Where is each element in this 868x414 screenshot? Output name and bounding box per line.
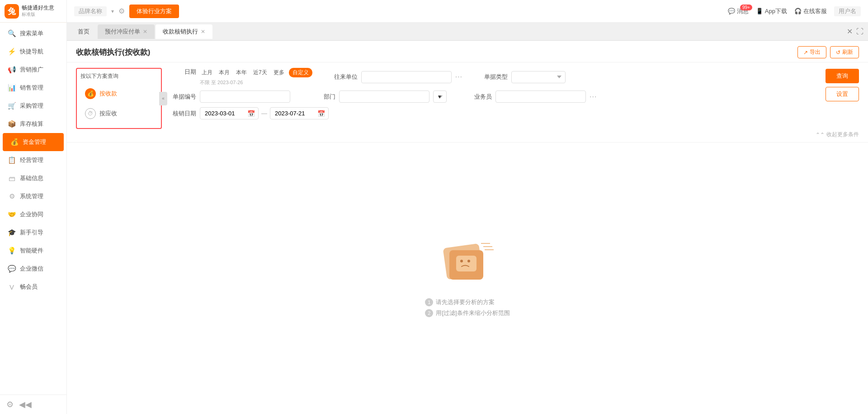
export-button[interactable]: ↗ 导出 xyxy=(797,46,826,58)
dept-select[interactable]: ▾ xyxy=(433,90,447,103)
sidebar-item-资金管理[interactable]: 💰资金管理 xyxy=(3,133,64,151)
sidebar-icon: 💰 xyxy=(10,138,19,147)
query-by-receivable[interactable]: ⏱ 按应收 xyxy=(80,105,157,123)
filter-row-1: 日期 上月 本月 本年 近7天 更多 自定义 不限 至 2023-07-26 xyxy=(169,68,818,86)
sidebar-icon: V xyxy=(7,282,16,291)
topbar-gear-icon[interactable]: ⚙ xyxy=(118,7,125,15)
shortcut-last-month[interactable]: 上月 xyxy=(200,68,214,77)
sidebar-nav: 🔍搜索菜单⚡快捷导航📢营销推广📊销售管理🛒采购管理📦库存核算💰资金管理📋经营管理… xyxy=(0,23,66,395)
sidebar-item-基础信息[interactable]: 🗃基础信息 xyxy=(0,169,66,187)
chevron-up-icon: ⌃⌃ xyxy=(816,132,825,138)
svg-point-4 xyxy=(467,260,470,262)
sidebar-icon: 🛒 xyxy=(7,101,16,110)
sidebar-item-经营管理[interactable]: 📋经营管理 xyxy=(0,151,66,169)
sidebar-label: 企业协同 xyxy=(20,210,43,219)
page-header: 收款核销执行(按收款) ↗ 导出 ↺ 刷新 xyxy=(67,41,868,62)
counterparty-more-icon[interactable]: ··· xyxy=(455,73,462,81)
shortcut-custom[interactable]: 自定义 xyxy=(289,68,312,77)
doc-no-label: 单据编号 xyxy=(169,93,196,101)
sidebar-label: 采购管理 xyxy=(20,102,43,110)
shortcut-7days[interactable]: 近7天 xyxy=(251,68,269,77)
more-conditions-row: ⌃⌃ 收起更多条件 xyxy=(67,131,868,142)
tab-close-all-button[interactable]: ✕ xyxy=(847,27,853,36)
app-icon: 📱 xyxy=(756,8,763,14)
staff-input[interactable] xyxy=(495,90,586,103)
tab-writeoff-label: 收款核销执行 xyxy=(163,28,198,36)
app-download-button[interactable]: 📱 App下载 xyxy=(756,7,787,15)
sidebar-label: 库存核算 xyxy=(20,120,43,128)
sidebar-item-采购管理[interactable]: 🛒采购管理 xyxy=(0,97,66,115)
filter-and-action: 按以下方案查询 💰 按收款 ⏱ 按应收 « 日期 xyxy=(67,62,868,131)
sidebar-item-库存核算[interactable]: 📦库存核算 xyxy=(0,115,66,133)
logo-icon: 兔 xyxy=(5,4,19,19)
query-by-receipt[interactable]: 💰 按收款 xyxy=(80,85,157,103)
topbar-left: 品牌名称 ▾ ⚙ 体验行业方案 xyxy=(74,5,179,18)
sidebar-item-企业协同[interactable]: 🤝企业协同 xyxy=(0,205,66,224)
sidebar-logo: 兔 畅捷通好生意 标准版 xyxy=(0,0,66,23)
cal-start-icon[interactable]: 📅 xyxy=(247,110,255,117)
counterparty-input[interactable] xyxy=(361,71,452,83)
service-icon: 🎧 xyxy=(794,8,802,14)
writeoff-date-filter: 核销日期 📅 — 📅 xyxy=(169,107,329,119)
topbar-right: 💬 消息 99+ 📱 App下载 🎧 在线客服 用户名 xyxy=(728,6,861,16)
dept-label: 部门 xyxy=(308,93,335,101)
empty-illustration xyxy=(436,237,499,291)
collapse-icon[interactable]: ◀◀ xyxy=(19,400,32,409)
sidebar-item-智能硬件[interactable]: 💡智能硬件 xyxy=(0,242,66,260)
tab-prepay[interactable]: 预付冲应付单 ✕ xyxy=(98,24,155,39)
doc-no-filter: 单据编号 xyxy=(169,90,290,103)
setting-button[interactable]: 设置 xyxy=(826,87,859,101)
tab-expand-button[interactable]: ⛶ xyxy=(856,27,863,36)
sidebar-item-销售管理[interactable]: 📊销售管理 xyxy=(0,79,66,97)
sidebar-icon: 🔍 xyxy=(7,29,16,38)
service-button[interactable]: 🎧 在线客服 xyxy=(794,7,827,15)
doc-type-select[interactable] xyxy=(511,71,566,83)
dept-input[interactable] xyxy=(339,90,429,103)
sidebar-label: 基础信息 xyxy=(20,174,43,182)
hint-num-2: 2 xyxy=(425,309,433,317)
shortcut-this-year[interactable]: 本年 xyxy=(234,68,249,77)
tab-prepay-close[interactable]: ✕ xyxy=(143,29,147,35)
query-by-receivable-label: 按应收 xyxy=(99,109,117,118)
settings-icon[interactable]: ⚙ xyxy=(6,400,14,409)
sidebar-icon: 💬 xyxy=(7,264,16,273)
user-label: 用户名 xyxy=(834,6,861,16)
tab-writeoff[interactable]: 收款核销执行 ✕ xyxy=(156,24,212,39)
tab-home-label: 首页 xyxy=(78,28,90,36)
doc-type-filter: 单据类型 xyxy=(481,71,566,83)
export-label: 导出 xyxy=(810,48,821,56)
sidebar-item-畅会员[interactable]: V畅会员 xyxy=(0,278,66,296)
refresh-button[interactable]: ↺ 刷新 xyxy=(830,46,859,58)
sidebar-icon: 🗃 xyxy=(7,174,16,183)
brand-dropdown-icon[interactable]: ▾ xyxy=(111,8,114,14)
sidebar-icon: ⚙ xyxy=(7,192,16,201)
app-label: App下载 xyxy=(765,7,787,15)
sidebar-item-快捷导航[interactable]: ⚡快捷导航 xyxy=(0,43,66,61)
hint-text-2: 用[过滤]条件来缩小分析范围 xyxy=(436,309,509,317)
writeoff-date-end-wrap: 📅 xyxy=(270,107,329,119)
svg-rect-2 xyxy=(456,256,476,271)
doc-no-input[interactable] xyxy=(200,90,290,103)
query-button[interactable]: 查询 xyxy=(826,69,859,83)
sidebar-item-企业微信[interactable]: 💬企业微信 xyxy=(0,260,66,278)
shortcut-this-month[interactable]: 本月 xyxy=(217,68,231,77)
shortcut-more[interactable]: 更多 xyxy=(272,68,286,77)
sidebar-icon: 📢 xyxy=(7,65,16,74)
solution-button[interactable]: 体验行业方案 xyxy=(129,5,179,18)
sidebar-item-营销推广[interactable]: 📢营销推广 xyxy=(0,61,66,79)
sidebar-label: 营销推广 xyxy=(20,66,43,74)
cal-end-icon[interactable]: 📅 xyxy=(317,110,325,117)
sidebar-item-新手引导[interactable]: 🎓新手引导 xyxy=(0,224,66,242)
filter-fields: 日期 上月 本月 本年 近7天 更多 自定义 不限 至 2023-07-26 xyxy=(169,68,818,119)
sidebar-item-系统管理[interactable]: ⚙系统管理 xyxy=(0,187,66,205)
staff-more-icon[interactable]: ··· xyxy=(590,93,597,101)
more-conditions-button[interactable]: ⌃⌃ 收起更多条件 xyxy=(816,131,859,138)
more-conditions-label: 收起更多条件 xyxy=(826,131,859,138)
panel-collapse-button[interactable]: « xyxy=(159,92,167,105)
date-no-limit-label: 不限 至 2023-07-26 xyxy=(200,79,312,86)
tab-writeoff-close[interactable]: ✕ xyxy=(201,29,205,35)
msg-button[interactable]: 💬 消息 99+ xyxy=(728,7,749,15)
sidebar-label: 快捷导航 xyxy=(20,48,43,56)
sidebar-item-搜索菜单[interactable]: 🔍搜索菜单 xyxy=(0,24,66,43)
tab-home[interactable]: 首页 xyxy=(71,24,97,39)
